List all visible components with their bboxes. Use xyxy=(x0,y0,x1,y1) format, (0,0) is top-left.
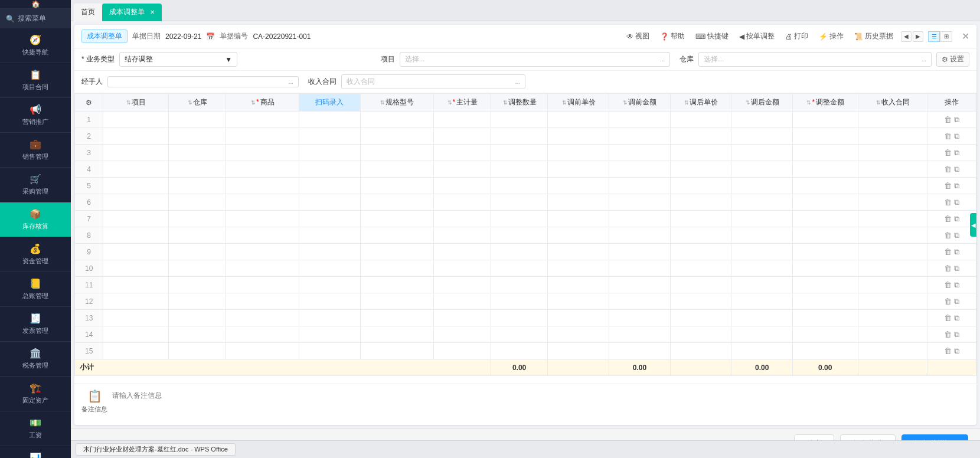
row-7-warehouse[interactable] xyxy=(168,211,226,227)
row-6-unit[interactable] xyxy=(433,194,491,211)
row-5-copy-icon[interactable]: ⧉ xyxy=(954,181,959,191)
row-13-after-price[interactable] xyxy=(670,310,731,326)
col-header-adj-qty[interactable]: ⇅调整数量 xyxy=(491,94,548,112)
row-15-product[interactable] xyxy=(226,343,299,359)
row-11-unit[interactable] xyxy=(433,277,491,293)
row-7-after-amount[interactable] xyxy=(731,211,793,227)
row-11-income-contract[interactable] xyxy=(858,277,927,293)
row-14-warehouse[interactable] xyxy=(168,326,226,343)
row-15-copy-icon[interactable]: ⧉ xyxy=(954,346,959,356)
row-3-after-amount[interactable] xyxy=(731,145,793,161)
row-15-warehouse[interactable] xyxy=(168,343,226,359)
row-3-copy-icon[interactable]: ⧉ xyxy=(954,148,959,158)
row-9-product[interactable] xyxy=(226,244,299,260)
row-4-adj-qty[interactable] xyxy=(491,161,548,178)
row-8-income-contract[interactable] xyxy=(858,227,927,244)
row-3-unit[interactable] xyxy=(433,145,491,161)
row-9-copy-icon[interactable]: ⧉ xyxy=(954,247,959,257)
row-7-copy-icon[interactable]: ⧉ xyxy=(954,214,959,224)
row-8-copy-icon[interactable]: ⧉ xyxy=(954,231,959,240)
sidebar-item-inventory[interactable]: 📦 库存核算 xyxy=(0,202,71,237)
row-1-copy-icon[interactable]: ⧉ xyxy=(954,115,959,125)
tab-cost-adjust[interactable]: 成本调整单 ✕ xyxy=(102,4,162,21)
row-7-unit[interactable] xyxy=(433,211,491,227)
row-5-warehouse[interactable] xyxy=(168,178,226,194)
row-13-unit[interactable] xyxy=(433,310,491,326)
row-4-delete-icon[interactable]: 🗑 xyxy=(944,165,952,174)
col-header-unit[interactable]: ⇅*主计量 xyxy=(433,94,491,112)
row-14-income-contract[interactable] xyxy=(858,326,927,343)
row-7-scan[interactable] xyxy=(299,211,360,227)
row-10-copy-icon[interactable]: ⧉ xyxy=(954,264,959,273)
row-10-scan[interactable] xyxy=(299,260,360,277)
row-11-after-price[interactable] xyxy=(670,277,731,293)
row-7-delete-icon[interactable]: 🗑 xyxy=(944,214,952,224)
row-2-after-price[interactable] xyxy=(670,128,731,145)
row-14-project[interactable] xyxy=(103,326,169,343)
help-btn[interactable]: ❓ 帮助 xyxy=(657,30,688,42)
row-12-warehouse[interactable] xyxy=(168,293,226,310)
row-12-after-price[interactable] xyxy=(670,293,731,310)
row-1-after-price[interactable] xyxy=(670,112,731,128)
row-15-adj-amount[interactable] xyxy=(792,343,858,359)
row-12-unit[interactable] xyxy=(433,293,491,310)
row-6-income-contract[interactable] xyxy=(858,194,927,211)
sidebar-item-sales-mgmt[interactable]: 💼 销售管理 xyxy=(0,133,71,168)
row-6-before-price[interactable] xyxy=(548,194,609,211)
row-14-after-amount[interactable] xyxy=(731,326,793,343)
row-10-project[interactable] xyxy=(103,260,169,277)
row-10-spec[interactable] xyxy=(360,260,433,277)
row-11-adj-amount[interactable] xyxy=(792,277,858,293)
row-10-delete-icon[interactable]: 🗑 xyxy=(944,264,952,273)
row-9-income-contract[interactable] xyxy=(858,244,927,260)
row-7-spec[interactable] xyxy=(360,211,433,227)
per-order-btn[interactable]: ◀ 按单调整 xyxy=(736,30,778,42)
col-header-income-contract[interactable]: ⇅收入合同 xyxy=(858,94,927,112)
row-12-delete-icon[interactable]: 🗑 xyxy=(944,297,952,306)
row-1-scan[interactable] xyxy=(299,112,360,128)
row-12-product[interactable] xyxy=(226,293,299,310)
row-9-adj-amount[interactable] xyxy=(792,244,858,260)
row-3-before-amount[interactable] xyxy=(609,145,671,161)
row-5-adj-amount[interactable] xyxy=(792,178,858,194)
row-4-adj-amount[interactable] xyxy=(792,161,858,178)
row-4-after-amount[interactable] xyxy=(731,161,793,178)
warehouse-input[interactable]: 选择... ... xyxy=(698,52,932,67)
row-2-unit[interactable] xyxy=(433,128,491,145)
row-11-project[interactable] xyxy=(103,277,169,293)
row-7-before-price[interactable] xyxy=(548,211,609,227)
row-8-delete-icon[interactable]: 🗑 xyxy=(944,231,952,240)
row-9-before-price[interactable] xyxy=(548,244,609,260)
row-6-spec[interactable] xyxy=(360,194,433,211)
row-10-before-price[interactable] xyxy=(548,260,609,277)
row-5-delete-icon[interactable]: 🗑 xyxy=(944,181,952,191)
row-8-product[interactable] xyxy=(226,227,299,244)
row-3-warehouse[interactable] xyxy=(168,145,226,161)
row-11-product[interactable] xyxy=(226,277,299,293)
row-6-after-amount[interactable] xyxy=(731,194,793,211)
row-13-spec[interactable] xyxy=(360,310,433,326)
row-1-before-amount[interactable] xyxy=(609,112,671,128)
grid-view-btn[interactable]: ⊞ xyxy=(940,31,952,42)
next-btn[interactable]: ▶ xyxy=(913,31,923,42)
tab-home[interactable]: 首页 xyxy=(74,4,102,21)
row-4-product[interactable] xyxy=(226,161,299,178)
row-10-adj-amount[interactable] xyxy=(792,260,858,277)
row-4-before-amount[interactable] xyxy=(609,161,671,178)
row-5-project[interactable] xyxy=(103,178,169,194)
row-3-spec[interactable] xyxy=(360,145,433,161)
row-15-project[interactable] xyxy=(103,343,169,359)
sidebar-item-sales-promo[interactable]: 📢 营销推广 xyxy=(0,98,71,133)
sidebar-item-quick-nav[interactable]: 🧭 快捷导航 xyxy=(0,28,71,63)
row-12-before-price[interactable] xyxy=(548,293,609,310)
row-2-project[interactable] xyxy=(103,128,169,145)
row-2-adj-qty[interactable] xyxy=(491,128,548,145)
row-10-after-price[interactable] xyxy=(670,260,731,277)
row-1-after-amount[interactable] xyxy=(731,112,793,128)
row-7-adj-amount[interactable] xyxy=(792,211,858,227)
row-5-before-price[interactable] xyxy=(548,178,609,194)
sidebar-item-invoice[interactable]: 🧾 发票管理 xyxy=(0,307,71,342)
row-11-spec[interactable] xyxy=(360,277,433,293)
row-8-scan[interactable] xyxy=(299,227,360,244)
row-5-spec[interactable] xyxy=(360,178,433,194)
